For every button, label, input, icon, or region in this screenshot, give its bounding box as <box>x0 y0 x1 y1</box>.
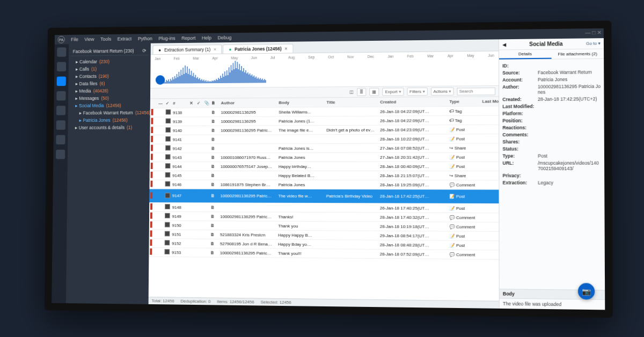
detail-field: Extraction:Legacy <box>503 179 601 186</box>
detail-panel: ◀ Social Media Go to ▾ Details File atta… <box>499 38 605 310</box>
rail-filesystem-icon[interactable] <box>56 91 65 101</box>
tree-node[interactable]: ▸ Patricia Jones (12456) <box>70 116 148 124</box>
detail-field: Created:28-Jan-18 17:42:25(UTC+2) <box>502 95 601 102</box>
detail-field: Type:Post <box>502 152 601 159</box>
menu-python[interactable]: Python <box>138 36 152 41</box>
view-grid-icon[interactable]: ▦ <box>369 88 379 96</box>
col-created[interactable]: Created <box>379 99 433 105</box>
col-type[interactable]: Type <box>448 99 481 104</box>
export-button[interactable]: Export <box>382 87 404 96</box>
tree-node[interactable]: ▸ Media (40428) <box>70 87 148 95</box>
table-row[interactable]: 9145🗎Happy Belated B…28-Jan-18 21:15:07(… <box>150 171 499 180</box>
detail-field: Privacy: <box>503 172 601 179</box>
detail-field: Position: <box>502 116 601 124</box>
table-row[interactable]: 9142🗎Patricia Jones is…27-Jan-18 07:08:5… <box>150 143 499 153</box>
table-row[interactable]: 9144🗎100000076575147 Josep…Happy birthda… <box>150 162 499 171</box>
menu-extract[interactable]: Extract <box>118 36 132 41</box>
tree-node[interactable]: ▸ Social Media (12456) <box>70 101 148 109</box>
view-list-icon[interactable]: ≣ <box>357 88 366 96</box>
detail-field: Reactions: <box>502 123 601 131</box>
col-author[interactable]: Author <box>220 100 278 106</box>
menu-report[interactable]: Report <box>181 35 195 41</box>
detail-prev-icon[interactable]: ◀ <box>502 42 506 47</box>
menu-file[interactable]: File <box>71 37 78 42</box>
filters-button[interactable]: Filters <box>407 87 427 96</box>
app-logo-icon: PA <box>57 36 64 43</box>
tab-extraction-summary[interactable]: ●Extraction Summary (1)× <box>153 45 222 54</box>
tree-node[interactable]: ▸ Calendar (230) <box>71 57 149 65</box>
activity-chart[interactable] <box>155 57 494 84</box>
search-input[interactable] <box>457 87 495 96</box>
detail-field: Shares: <box>502 138 601 145</box>
detail-tab-details[interactable]: Details <box>499 49 551 59</box>
col-id[interactable]: # <box>172 101 188 106</box>
camera-fab-button[interactable]: 📷 <box>578 283 595 299</box>
view-toggle-icon[interactable]: ◫ <box>349 90 354 94</box>
col-title[interactable]: Title <box>325 100 379 105</box>
table-row[interactable]: 9141🗎28-Jan-18 10:22:09(UTC+2)📝 Post <box>150 134 499 144</box>
detail-field: Author:100002981136295 Patricia Jones <box>502 83 601 96</box>
tree-node[interactable]: ▸ Contacts (190) <box>70 72 148 80</box>
tab-patricia-jones[interactable]: ●Patricia Jones (12456)× <box>223 44 294 54</box>
table-row[interactable]: 9153🗎100002981136295 Patric…Thank you!!!… <box>149 248 499 260</box>
rail-tags-icon[interactable] <box>56 106 65 115</box>
tree-node[interactable]: ▸ Data files (6) <box>70 79 148 87</box>
rail-reports-icon[interactable] <box>56 135 65 145</box>
actions-button[interactable]: Actions <box>430 87 453 96</box>
table-row[interactable]: 9140🗎100002981136295 Patric…The image fi… <box>150 125 499 135</box>
tree-node[interactable]: ▸ Messages (50) <box>70 94 148 102</box>
col-body[interactable]: Body <box>277 100 325 105</box>
detail-field: Account:Patricia Jones <box>502 75 601 83</box>
close-icon[interactable]: × <box>214 47 216 52</box>
rail-timeline-icon[interactable] <box>57 62 66 71</box>
table-row[interactable]: 9146🗎1086191875 Stephen Br…Patricia Jone… <box>149 180 499 190</box>
menu-plugins[interactable]: Plug-ins <box>158 35 175 41</box>
window-controls[interactable]: — □ ✕ <box>585 30 602 36</box>
detail-field: Last Modified: <box>502 102 601 109</box>
tree-refresh-icon[interactable]: ⟳ <box>142 48 147 54</box>
rail-search-icon[interactable] <box>56 120 65 130</box>
table-row[interactable]: 9147🗎100002981136295 Patric…The video fi… <box>149 189 499 204</box>
table-row[interactable]: 9143🗎100001086071970 Russ…Patricia Jones… <box>150 153 499 163</box>
detail-title: Social Media <box>529 41 562 47</box>
menu-tools[interactable]: Tools <box>100 36 111 42</box>
rail-cloud-icon[interactable] <box>56 150 65 159</box>
menu-debug[interactable]: Debug <box>218 35 232 40</box>
detail-body-text: The video file was uploaded <box>500 299 605 310</box>
detail-field: Platform: <box>502 109 601 117</box>
col-last-modified[interactable]: Last Modified <box>481 99 499 104</box>
detail-field: Status: <box>502 145 601 152</box>
rail-analyzed-data-icon[interactable] <box>57 77 66 86</box>
tree-panel: Facebook Warrant Return (230) ⟳ ▸ Calend… <box>66 43 151 304</box>
detail-goto[interactable]: Go to ▾ <box>586 41 601 46</box>
close-icon[interactable]: × <box>285 46 288 52</box>
detail-tab-attachments[interactable]: File attachments (2) <box>551 49 604 58</box>
tree-title: Facebook Warrant Return (230) <box>73 48 134 54</box>
timeline-panel: JanFebMarAprMayJunJulAugSepOctNovDecJanF… <box>150 51 499 88</box>
table-body: 9138🗎100002981136295Sheila Williams...26… <box>149 106 499 301</box>
tree-node[interactable]: ▸ User accounts & details (1) <box>70 123 148 131</box>
tree-node[interactable]: ▸ Calls (1) <box>70 65 148 73</box>
menu-view[interactable]: View <box>84 36 94 42</box>
camera-icon: 📷 <box>582 287 591 296</box>
tree-node[interactable]: ▸ Facebook Warrant Return (12456) <box>70 109 148 116</box>
detail-field: Comments: <box>502 130 601 138</box>
detail-field: URL:/mscupcakejones/videos/1407002159409… <box>502 159 601 172</box>
menu-help[interactable]: Help <box>202 35 211 41</box>
rail-home-icon[interactable] <box>57 47 66 57</box>
